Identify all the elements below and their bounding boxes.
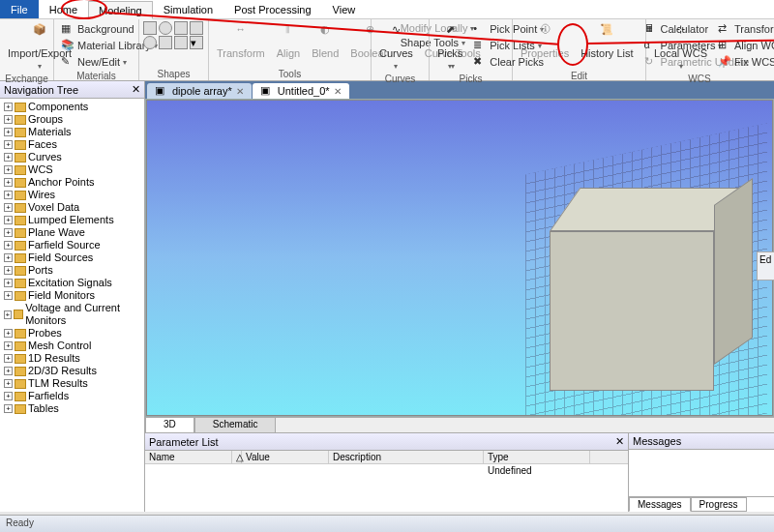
tree-item[interactable]: +Mesh Control [2, 340, 142, 352]
expand-icon[interactable]: + [4, 241, 13, 250]
tree-item[interactable]: +Plane Wave [2, 226, 142, 239]
local-wcs-icon: ⊹ [670, 23, 692, 44]
tree-item[interactable]: +Farfield Source [2, 239, 142, 251]
expand-icon[interactable]: + [4, 404, 13, 413]
tree-item[interactable]: +WCS [2, 163, 142, 176]
blend-button[interactable]: ◐Blend [308, 21, 342, 61]
tree-item[interactable]: +Groups [2, 113, 142, 126]
align-wcs-button[interactable]: ⊞Align WCS [715, 38, 774, 53]
expand-icon[interactable]: + [4, 341, 13, 350]
tree-item[interactable]: +1D Results [2, 352, 142, 365]
messages-tab[interactable]: Messages [629, 497, 691, 512]
tree-item[interactable]: +Curves [2, 151, 142, 163]
tree-item[interactable]: +Components [2, 101, 142, 113]
expand-icon[interactable]: + [4, 115, 13, 124]
menu-file[interactable]: File [0, 0, 39, 18]
expand-icon[interactable]: + [4, 279, 13, 287]
tree-item[interactable]: +Ports [2, 264, 142, 277]
expand-icon[interactable]: + [4, 291, 13, 300]
folder-icon [15, 329, 26, 339]
tree-item[interactable]: +Voxel Data [2, 201, 142, 214]
tree-item[interactable]: +Farfields [2, 390, 142, 402]
shape-torus-icon[interactable] [143, 36, 157, 49]
view-tab-3d[interactable]: 3D [145, 417, 194, 432]
doc-tab-0[interactable]: ▣ dipole array* ✕ [147, 83, 252, 99]
menu-view[interactable]: View [322, 0, 367, 18]
progress-tab[interactable]: Progress [691, 497, 747, 512]
tree-item[interactable]: +Probes [2, 327, 142, 340]
transform-wcs-icon: ⇄ [718, 22, 731, 36]
folder-icon [15, 266, 26, 276]
menu-post-processing[interactable]: Post Processing [223, 0, 321, 18]
expand-icon[interactable]: + [4, 392, 13, 400]
expand-icon[interactable]: + [4, 329, 13, 338]
tree-item[interactable]: +TLM Results [2, 377, 142, 390]
expand-icon[interactable]: + [4, 165, 13, 174]
history-list-button[interactable]: 📜History List [577, 21, 637, 61]
doc-icon: ▣ [260, 84, 274, 98]
menu-simulation[interactable]: Simulation [153, 0, 223, 18]
tree-item[interactable]: +Faces [2, 138, 142, 151]
properties-button[interactable]: 🛈Properties [517, 21, 573, 61]
tree-item[interactable]: +Field Sources [2, 251, 142, 264]
expand-icon[interactable]: + [4, 203, 13, 212]
expand-icon[interactable]: + [4, 140, 13, 149]
expand-icon[interactable]: + [4, 354, 13, 363]
tree-item[interactable]: +Anchor Points [2, 176, 142, 189]
panel-close-icon[interactable]: ✕ [615, 435, 624, 448]
model-cube[interactable] [550, 188, 753, 391]
center-area: ▣ dipole array* ✕ ▣ Untitled_0* ✕ 3D Sch… [145, 81, 774, 512]
shape-rotate-icon[interactable] [174, 36, 188, 49]
shape-sphere-icon[interactable] [159, 21, 172, 35]
history-list-icon: 📜 [596, 23, 617, 44]
local-wcs-button[interactable]: ⊹Local WCS [650, 21, 711, 73]
tree-item[interactable]: +Tables [2, 402, 142, 415]
close-icon[interactable]: ✕ [334, 86, 342, 97]
tree-item[interactable]: +Excitation Signals [2, 277, 142, 289]
expand-icon[interactable]: + [4, 128, 13, 136]
tree-item[interactable]: +Field Monitors [2, 289, 142, 302]
picks-button[interactable]: ⬈Picks [433, 21, 466, 73]
shape-cylinder-icon[interactable] [174, 21, 188, 35]
expand-icon[interactable]: + [4, 228, 13, 237]
folder-icon [15, 115, 26, 125]
doc-tab-1[interactable]: ▣ Untitled_0* ✕ [253, 83, 349, 99]
shape-extrude-icon[interactable] [159, 36, 172, 49]
expand-icon[interactable]: + [4, 103, 13, 111]
align-button[interactable]: ⫴Align [273, 21, 304, 61]
viewport-3d[interactable] [146, 100, 773, 416]
folder-icon [15, 341, 26, 351]
tree-item-label: Curves [28, 151, 62, 163]
expand-icon[interactable]: + [4, 153, 13, 162]
shape-more-icon[interactable]: ▾ [190, 36, 203, 49]
expand-icon[interactable]: + [4, 266, 13, 275]
shape-brick-icon[interactable] [143, 21, 157, 35]
navigation-panel: Navigation Tree ✕ +Components+Groups+Mat… [0, 81, 145, 512]
close-icon[interactable]: ✕ [236, 86, 244, 97]
panel-close-icon[interactable]: ✕ [132, 83, 140, 96]
view-tab-schematic[interactable]: Schematic [194, 417, 277, 432]
folder-icon [15, 191, 26, 200]
fix-wcs-button[interactable]: 📌Fix WCS [715, 54, 774, 70]
menu-home[interactable]: Home [39, 0, 88, 18]
curves-button[interactable]: ∿Curves [375, 21, 417, 73]
tree-item[interactable]: +Lumped Elements [2, 214, 142, 226]
parameter-row[interactable]: Undefined [145, 464, 628, 477]
tree-item[interactable]: +Wires [2, 189, 142, 201]
tree-item[interactable]: +Voltage and Current Monitors [2, 302, 142, 327]
transform-wcs-button[interactable]: ⇄Transform WCS [715, 21, 774, 37]
folder-icon [15, 140, 26, 150]
expand-icon[interactable]: + [4, 367, 13, 375]
menu-modeling[interactable]: Modeling [88, 1, 153, 19]
shape-cone-icon[interactable] [190, 21, 203, 35]
expand-icon[interactable]: + [4, 379, 13, 388]
expand-icon[interactable]: + [4, 178, 13, 187]
expand-icon[interactable]: + [4, 191, 13, 199]
expand-icon[interactable]: + [4, 310, 12, 319]
tree-item[interactable]: +Materials [2, 126, 142, 138]
tree-item[interactable]: +2D/3D Results [2, 365, 142, 377]
navigation-tree[interactable]: +Components+Groups+Materials+Faces+Curve… [0, 99, 144, 512]
expand-icon[interactable]: + [4, 253, 13, 262]
transform-button[interactable]: ↔Transform [213, 21, 269, 61]
expand-icon[interactable]: + [4, 216, 13, 224]
